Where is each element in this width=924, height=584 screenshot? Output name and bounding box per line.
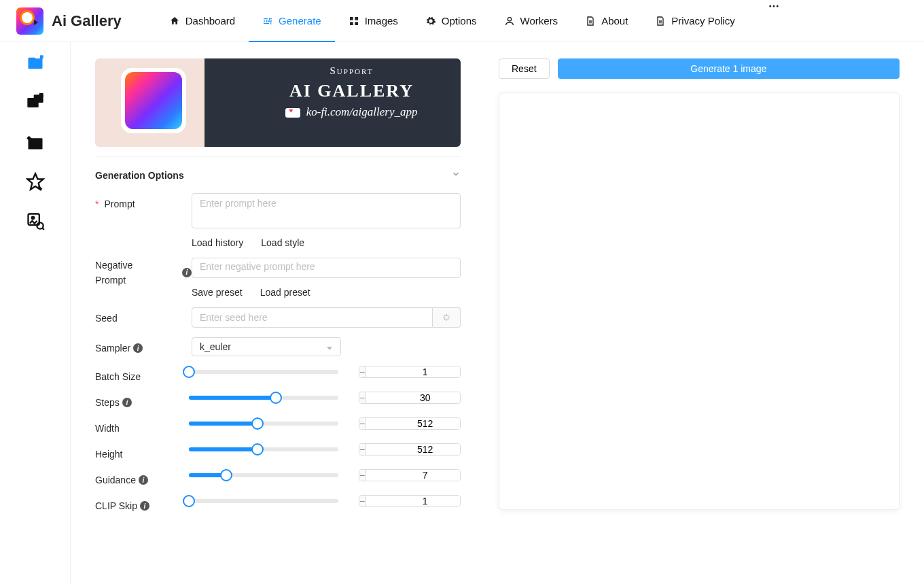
width-stepper: − + xyxy=(359,417,461,430)
steps-slider[interactable] xyxy=(189,396,338,400)
banner-logo-icon xyxy=(121,68,186,133)
logo-wrap[interactable]: Ai Gallery xyxy=(16,7,122,35)
nav-label: Workers xyxy=(520,15,558,27)
sidebar-rate[interactable] xyxy=(25,171,46,192)
slider-handle[interactable] xyxy=(251,443,264,456)
steps-stepper: − + xyxy=(359,392,461,404)
nav-label: Generate xyxy=(279,15,321,27)
prompt-label: * Prompt xyxy=(95,193,192,209)
sampler-select[interactable]: k_euler xyxy=(192,337,341,356)
sampler-row: Sampler i k_euler xyxy=(95,337,461,356)
svg-rect-0 xyxy=(350,17,353,20)
sliders-icon xyxy=(262,16,273,27)
sparkle-icon xyxy=(442,313,451,322)
generation-panel: Support AI GALLERY ko-fi.com/aigallery_a… xyxy=(95,58,461,568)
sidebar-img2img[interactable] xyxy=(25,92,46,113)
prompt-input[interactable] xyxy=(192,193,461,228)
decrement-button[interactable]: − xyxy=(359,444,366,455)
load-history-link[interactable]: Load history xyxy=(192,237,243,248)
sidebar-interrogate[interactable] xyxy=(25,211,46,231)
slider-handle[interactable] xyxy=(183,495,195,507)
clip-skip-slider[interactable] xyxy=(189,499,338,503)
slider-handle[interactable] xyxy=(270,392,282,404)
clip-skip-value[interactable] xyxy=(366,496,461,506)
brand-title: Ai Gallery xyxy=(52,12,122,30)
reset-button[interactable]: Reset xyxy=(499,58,550,79)
guidance-stepper: − + xyxy=(359,469,461,481)
decrement-button[interactable]: − xyxy=(359,366,366,377)
svg-rect-1 xyxy=(355,17,358,20)
sidebar-inpaint[interactable] xyxy=(25,132,46,152)
info-icon[interactable]: i xyxy=(182,268,192,277)
height-row: Height − + xyxy=(95,443,461,460)
kofi-heart-icon xyxy=(285,108,300,118)
ellipsis-icon xyxy=(768,0,780,12)
clip-skip-label: CLIP Skip i xyxy=(95,495,189,511)
slider-handle[interactable] xyxy=(251,417,264,430)
seed-input[interactable] xyxy=(192,307,433,328)
app-logo-icon xyxy=(16,7,43,35)
svg-point-16 xyxy=(31,217,34,220)
nav-options[interactable]: Options xyxy=(412,0,491,41)
support-banner[interactable]: Support AI GALLERY ko-fi.com/aigallery_a… xyxy=(95,58,461,147)
seed-row: Seed xyxy=(95,307,461,328)
nav-about[interactable]: About xyxy=(571,0,641,41)
nav-more[interactable] xyxy=(754,0,794,41)
load-preset-link[interactable]: Load preset xyxy=(260,287,310,298)
height-slider[interactable] xyxy=(189,447,338,451)
batch-size-stepper: − + xyxy=(359,366,461,378)
width-slider[interactable] xyxy=(189,422,338,426)
batch-size-label: Batch Size xyxy=(95,366,189,382)
guidance-row: Guidance i − + xyxy=(95,469,461,485)
generate-button[interactable]: Generate 1 image xyxy=(558,58,900,79)
svg-point-6 xyxy=(772,5,775,7)
steps-value[interactable] xyxy=(366,392,461,403)
action-bar: Reset Generate 1 image xyxy=(499,58,900,79)
negative-prompt-row: Negative Prompt i Save preset Load prese… xyxy=(95,258,461,298)
nav-generate[interactable]: Generate xyxy=(249,0,335,41)
svg-rect-3 xyxy=(355,22,358,25)
save-preset-link[interactable]: Save preset xyxy=(192,287,243,298)
batch-size-value[interactable] xyxy=(366,366,461,377)
sampler-label: Sampler i xyxy=(95,337,192,354)
svg-point-5 xyxy=(769,5,771,7)
sidebar-text2img[interactable] xyxy=(25,53,46,73)
svg-rect-13 xyxy=(39,93,43,97)
nav-label: Privacy Policy xyxy=(671,15,734,27)
height-label: Height xyxy=(95,443,189,460)
steps-row: Steps i − + xyxy=(95,392,461,408)
svg-point-7 xyxy=(776,5,778,7)
svg-rect-8 xyxy=(28,58,42,69)
nav-dashboard[interactable]: Dashboard xyxy=(156,0,249,41)
height-value[interactable] xyxy=(366,444,461,455)
randomize-seed-button[interactable] xyxy=(433,307,461,328)
prompt-row: * Prompt Load history Load style xyxy=(95,193,461,248)
slider-handle[interactable] xyxy=(220,469,232,481)
info-icon[interactable]: i xyxy=(133,343,143,353)
batch-size-slider[interactable] xyxy=(189,370,338,374)
info-icon[interactable]: i xyxy=(122,398,132,407)
batch-size-row: Batch Size − + xyxy=(95,366,461,382)
nav-label: Images xyxy=(365,15,398,27)
width-row: Width − + xyxy=(95,417,461,434)
nav-images[interactable]: Images xyxy=(335,0,412,41)
guidance-slider[interactable] xyxy=(189,473,338,477)
info-icon[interactable]: i xyxy=(139,475,148,485)
section-header[interactable]: Generation Options xyxy=(95,169,461,181)
svg-rect-2 xyxy=(350,22,353,25)
slider-handle[interactable] xyxy=(183,366,195,378)
load-style-link[interactable]: Load style xyxy=(261,237,304,248)
nav-workers[interactable]: Workers xyxy=(491,0,572,41)
content: Support AI GALLERY ko-fi.com/aigallery_a… xyxy=(71,42,924,584)
info-icon[interactable]: i xyxy=(140,501,149,511)
guidance-value[interactable] xyxy=(366,470,461,481)
nav-privacy[interactable]: Privacy Policy xyxy=(641,0,748,41)
divider xyxy=(95,156,461,157)
decrement-button[interactable]: − xyxy=(359,392,366,403)
svg-rect-9 xyxy=(35,55,40,58)
decrement-button[interactable]: − xyxy=(359,470,366,481)
width-value[interactable] xyxy=(366,418,461,429)
decrement-button[interactable]: − xyxy=(359,496,366,506)
decrement-button[interactable]: − xyxy=(359,418,366,429)
negative-prompt-input[interactable] xyxy=(192,258,461,278)
